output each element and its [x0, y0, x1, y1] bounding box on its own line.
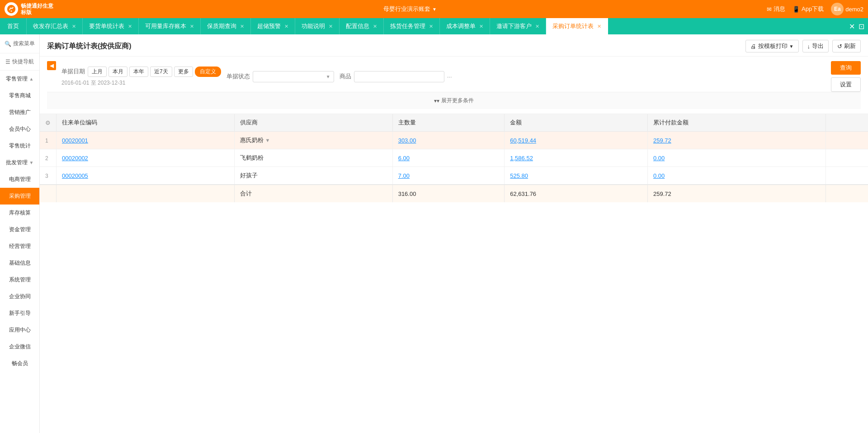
sidebar-item-inventory[interactable]: 库存核算: [0, 205, 39, 221]
tab-jianhuo[interactable]: 拣货任务管理 ✕: [384, 18, 440, 34]
cell-empty: [826, 167, 868, 185]
close-icon[interactable]: ✕: [128, 24, 132, 29]
chevron-down-icon: ▼: [789, 44, 794, 49]
quantity-link[interactable]: 7.00: [398, 172, 410, 179]
message-button[interactable]: ✉ 消息: [767, 5, 785, 13]
more-icon[interactable]: ···: [447, 73, 452, 80]
amount-link[interactable]: 525.80: [510, 172, 528, 179]
date-filter-group: 单据日期 上月 本月 本年 近7天 更多 自定义: [61, 67, 221, 87]
tab-baozhi[interactable]: 保质期查询 ✕: [201, 18, 251, 34]
close-icon[interactable]: ✕: [72, 24, 76, 29]
tab-caigou-active[interactable]: 采购订单统计表 ✕: [546, 18, 608, 34]
date-btn-this-month[interactable]: 本月: [108, 67, 127, 77]
nav-tabs: 首页 收发存汇总表 ✕ 要货单统计表 ✕ 可用量库存账本 ✕ 保质期查询 ✕ 超…: [0, 18, 868, 34]
maximize-icon[interactable]: ⊡: [859, 22, 864, 31]
amount-link[interactable]: 1,586.52: [510, 155, 533, 162]
nav-icon: ☰: [5, 59, 10, 65]
unit-code-link[interactable]: 00020005: [62, 172, 88, 179]
table-footer-row: 合计 316.00 62,631.76 259.72: [40, 185, 868, 202]
user-info[interactable]: Ea demo2: [831, 3, 863, 15]
filter-toggle-button[interactable]: ◀: [47, 61, 56, 70]
sidebar-item-finance[interactable]: 资金管理: [0, 221, 39, 238]
unit-code-link[interactable]: 00020001: [62, 137, 88, 144]
sidebar-item-retail-mgmt[interactable]: 零售管理 ▲: [0, 71, 39, 87]
sidebar-item-operation[interactable]: 经营管理: [0, 238, 39, 255]
main-layout: 🔍 搜索菜单 ☰ 快捷导航 零售管理 ▲ 零售商城 营销推广 会员中心 零售统计: [0, 34, 868, 433]
close-icon[interactable]: ✕: [240, 24, 244, 29]
top-bar: 畅捷通好生意 标版 母婴行业演示账套 ▼ ✉ 消息 📱 App下载 Ea dem…: [0, 0, 868, 18]
paid-amount-link[interactable]: 0.00: [653, 155, 665, 162]
date-btn-custom[interactable]: 自定义: [195, 67, 221, 77]
logo-text: 畅捷通好生意 标版: [21, 3, 53, 16]
app-download-button[interactable]: 📱 App下载: [793, 5, 824, 13]
quantity-link[interactable]: 6.00: [398, 155, 410, 162]
status-select[interactable]: [253, 71, 334, 82]
close-icon[interactable]: ✕: [284, 24, 288, 29]
paid-amount-link[interactable]: 0.00: [653, 172, 665, 179]
date-btn-7days[interactable]: 近7天: [150, 67, 172, 77]
close-icon[interactable]: ✕: [373, 24, 377, 29]
sidebar-item-retail-shop[interactable]: 零售商城: [0, 87, 39, 104]
supplier-expand-icon[interactable]: ▼: [265, 138, 270, 143]
close-icon[interactable]: ✕: [535, 24, 539, 29]
tab-shoufacun[interactable]: 收发存汇总表 ✕: [27, 18, 83, 34]
th-empty: [826, 114, 868, 132]
close-window-icon[interactable]: ✕: [849, 22, 855, 31]
tab-home[interactable]: 首页: [0, 18, 27, 34]
sidebar-item-basic-info[interactable]: 基础信息: [0, 255, 39, 271]
sidebar-item-retail-stats[interactable]: 零售统计: [0, 138, 39, 154]
tab-yaohuo[interactable]: 要货单统计表 ✕: [83, 18, 139, 34]
page-title: 采购订单统计表(按供应商): [47, 42, 132, 51]
print-button[interactable]: 🖨 按模板打印 ▼: [745, 40, 799, 52]
quantity-link[interactable]: 303.00: [398, 137, 416, 144]
cell-unit-code: 00020005: [57, 167, 235, 185]
footer-quantity: 316.00: [392, 185, 505, 202]
date-btn-last-month[interactable]: 上月: [88, 67, 107, 77]
close-icon[interactable]: ✕: [190, 24, 194, 29]
close-icon[interactable]: ✕: [329, 24, 333, 29]
paid-amount-link[interactable]: 259.72: [653, 137, 671, 144]
search-menu-button[interactable]: 🔍 搜索菜单: [3, 38, 37, 49]
sidebar-item-wholesale-mgmt[interactable]: 批发管理 ▼: [0, 154, 39, 171]
workspace-selector[interactable]: 母婴行业演示账套 ▼: [380, 3, 440, 15]
cell-amount: 525.80: [505, 167, 648, 185]
sidebar-item-enterprise-wechat[interactable]: 企业微信: [0, 338, 39, 355]
query-button[interactable]: 查询: [831, 61, 861, 75]
cell-paid-amount: 259.72: [647, 132, 826, 149]
close-icon[interactable]: ✕: [429, 24, 433, 29]
sidebar-item-enterprise-collab[interactable]: 企业协同: [0, 288, 39, 305]
quick-nav-button[interactable]: ☰ 快捷导航: [0, 55, 39, 68]
sidebar-item-marketing[interactable]: 营销推广: [0, 104, 39, 121]
refresh-button[interactable]: ↺ 刷新: [832, 40, 861, 52]
unit-code-link[interactable]: 00020002: [62, 155, 88, 162]
close-icon[interactable]: ✕: [479, 24, 483, 29]
top-right-area: ✉ 消息 📱 App下载 Ea demo2: [767, 3, 863, 15]
close-icon[interactable]: ✕: [597, 24, 601, 29]
amount-link[interactable]: 60,519.44: [510, 137, 536, 144]
tab-chengben[interactable]: 成本调整单 ✕: [440, 18, 490, 34]
date-btn-this-year[interactable]: 本年: [129, 67, 148, 77]
goods-input[interactable]: [354, 71, 444, 82]
sidebar-item-ecommerce[interactable]: 电商管理: [0, 171, 39, 188]
sidebar-item-purchase-mgmt[interactable]: 采购管理: [0, 188, 39, 205]
expand-more-button[interactable]: ▾▾ 展开更多条件: [429, 95, 479, 106]
table-row: 3 00020005 好孩子 7.00 525.80 0.00: [40, 167, 868, 185]
content-area: 采购订单统计表(按供应商) 🖨 按模板打印 ▼ ↓ 导出 ↺ 刷新: [40, 34, 868, 433]
tab-peizhi[interactable]: 配置信息 ✕: [340, 18, 384, 34]
settings-button[interactable]: 设置: [831, 77, 861, 92]
date-btn-more[interactable]: 更多: [174, 67, 193, 77]
sidebar-item-system[interactable]: 系统管理: [0, 271, 39, 288]
gear-icon[interactable]: ⚙: [45, 119, 51, 126]
logo-icon: [5, 2, 18, 16]
tab-keyongliang[interactable]: 可用量库存账本 ✕: [139, 18, 201, 34]
tab-gongneng[interactable]: 功能说明 ✕: [295, 18, 340, 34]
export-button[interactable]: ↓ 导出: [802, 40, 829, 52]
sidebar-search-section: 🔍 搜索菜单: [0, 34, 39, 53]
tab-chaochu[interactable]: 超储预警 ✕: [251, 18, 295, 34]
sidebar-item-member-product[interactable]: 畅会员: [0, 355, 39, 372]
sidebar-item-member[interactable]: 会员中心: [0, 121, 39, 138]
filter-area: ◀ 单据日期 上月 本月 本年: [40, 57, 868, 114]
tab-yaoqing[interactable]: 邀请下游客户 ✕: [490, 18, 546, 34]
sidebar-item-newbie[interactable]: 新手引导: [0, 305, 39, 322]
sidebar-item-app-center[interactable]: 应用中心: [0, 322, 39, 338]
